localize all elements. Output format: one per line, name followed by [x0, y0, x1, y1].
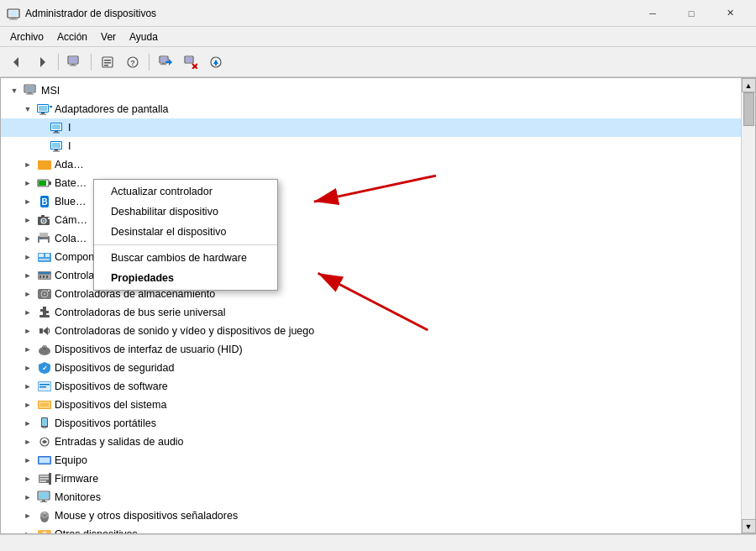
sonido-toggle[interactable]: ►: [21, 324, 34, 338]
svg-point-78: [48, 290, 50, 291]
toolbar: ?: [0, 47, 756, 77]
mouse-toggle[interactable]: ►: [21, 509, 34, 522]
update-driver-button[interactable]: [154, 50, 177, 74]
tree-item-audio[interactable]: ► Entradas y salidas de audio: [1, 433, 741, 451]
storage-icon: [37, 286, 52, 302]
bate-toggle[interactable]: ►: [21, 176, 34, 190]
tree-item-firmware[interactable]: ► Firmware: [1, 470, 741, 488]
scan-button[interactable]: [204, 50, 228, 74]
audio-toggle[interactable]: ►: [21, 435, 34, 449]
tree-item-software[interactable]: ► Dispositivos de software: [1, 377, 741, 396]
maximize-button[interactable]: □: [672, 0, 711, 27]
device-tree[interactable]: ▼ MSI ▼: [1, 78, 741, 533]
menu-accion[interactable]: Acción: [50, 29, 94, 45]
ctx-properties[interactable]: Propiedades: [94, 268, 277, 288]
svg-marker-26: [213, 60, 218, 64]
monitores-label: Monitores: [55, 491, 101, 503]
gpu2-label: I: [68, 140, 71, 152]
scrollbar-up-button[interactable]: ▲: [742, 78, 756, 92]
ctx-disable-device[interactable]: Deshabilitar dispositivo: [94, 202, 277, 222]
menu-ayuda[interactable]: Ayuda: [123, 29, 165, 45]
hid-toggle[interactable]: ►: [21, 343, 34, 356]
svg-rect-112: [39, 492, 49, 499]
svg-rect-105: [39, 458, 50, 463]
scrollbar-track[interactable]: [742, 92, 755, 519]
tree-item-hid[interactable]: ► Dispositivos de interfaz de usuario (H…: [1, 340, 741, 359]
portatiles-label: Dispositivos portátiles: [55, 417, 156, 429]
equipo-icon: [37, 453, 52, 468]
menu-bar: Archivo Acción Ver Ayuda: [0, 27, 756, 47]
forward-button[interactable]: [30, 50, 54, 74]
ada-toggle[interactable]: ►: [21, 158, 34, 171]
svg-rect-19: [160, 64, 166, 65]
sonido-label: Controladoras de sonido y vídeo y dispos…: [55, 325, 314, 337]
tree-item-equipo[interactable]: ► Equipo: [1, 451, 741, 470]
svg-rect-107: [39, 475, 50, 477]
computer-button[interactable]: [63, 50, 87, 74]
tree-root[interactable]: ▼ MSI: [1, 81, 741, 100]
menu-archivo[interactable]: Archivo: [3, 29, 50, 45]
svg-text:?: ?: [42, 530, 47, 533]
firmware-label: Firmware: [55, 473, 98, 485]
svg-rect-81: [45, 311, 49, 313]
scrollbar-down-button[interactable]: ▼: [742, 519, 756, 533]
tree-item-adaptadores[interactable]: ▼ Adaptadores de pantalla: [1, 100, 741, 118]
back-button[interactable]: [5, 50, 29, 74]
toolbar-sep-2: [91, 54, 92, 71]
ada-icon: [37, 157, 52, 172]
otros-toggle[interactable]: ►: [21, 527, 34, 533]
ada-label: Ada…: [55, 159, 84, 171]
software-toggle[interactable]: ►: [21, 380, 34, 393]
componentes-toggle[interactable]: ►: [21, 250, 34, 264]
usb-toggle[interactable]: ►: [21, 306, 34, 319]
tree-item-gpu2[interactable]: I: [1, 137, 741, 155]
svg-rect-108: [39, 478, 50, 480]
tree-item-portatiles[interactable]: ► Dispositivos portátiles: [1, 414, 741, 433]
root-toggle[interactable]: ▼: [8, 84, 21, 97]
ata-toggle[interactable]: ►: [21, 269, 34, 282]
scrollbar-thumb[interactable]: [743, 92, 754, 126]
battery-icon: [37, 176, 52, 191]
minimize-button[interactable]: ─: [633, 0, 672, 27]
svg-rect-72: [39, 276, 41, 278]
hid-label: Dispositivos de interfaz de usuario (HID…: [55, 344, 243, 355]
root-label: MSI: [41, 85, 60, 97]
monitores-toggle[interactable]: ►: [21, 491, 34, 504]
cola-toggle[interactable]: ►: [21, 232, 34, 245]
sistema-toggle[interactable]: ►: [21, 398, 34, 412]
tree-item-otros[interactable]: ► ? Otros dispositivos: [1, 525, 741, 533]
ctx-update-driver[interactable]: Actualizar controlador: [94, 181, 277, 202]
properties-button[interactable]: [96, 50, 119, 74]
svg-rect-63: [39, 239, 48, 244]
tree-item-seguridad[interactable]: ► ✓ Dispositivos de seguridad: [1, 359, 741, 377]
adaptadores-toggle[interactable]: ▼: [21, 102, 34, 116]
equipo-toggle[interactable]: ►: [21, 454, 34, 467]
svg-rect-109: [39, 480, 46, 482]
svg-rect-59: [41, 215, 45, 217]
cam-toggle[interactable]: ►: [21, 213, 34, 227]
svg-marker-84: [43, 327, 48, 335]
firmware-toggle[interactable]: ►: [21, 472, 34, 485]
ctx-uninstall-device[interactable]: Desinstalar el dispositivo: [94, 222, 277, 242]
uninstall-button[interactable]: [179, 50, 202, 74]
menu-ver[interactable]: Ver: [94, 29, 123, 45]
tree-item-sonido[interactable]: ► Controladoras de sonido y vídeo y disp…: [1, 322, 741, 340]
almacenamiento-toggle[interactable]: ►: [21, 287, 34, 301]
blue-toggle[interactable]: ►: [21, 195, 34, 208]
tree-item-ada[interactable]: ► Ada…: [1, 155, 741, 174]
tree-item-sistema[interactable]: ► Dispositivos del sistema: [1, 396, 741, 414]
portatiles-toggle[interactable]: ►: [21, 417, 34, 430]
tree-item-monitores[interactable]: ► Monitores: [1, 488, 741, 506]
svg-rect-74: [46, 276, 48, 278]
ctx-scan-hardware[interactable]: Buscar cambios de hardware: [94, 248, 277, 268]
vertical-scrollbar[interactable]: ▲ ▼: [741, 78, 755, 533]
close-button[interactable]: ✕: [711, 0, 749, 27]
tree-item-gpu1[interactable]: I: [1, 118, 741, 137]
bluetooth-icon: B: [37, 194, 52, 209]
monitor-icon: [37, 490, 52, 505]
tree-item-usb[interactable]: ► Controladoras de bus serie universal: [1, 303, 741, 322]
help-button[interactable]: ?: [121, 50, 144, 74]
seguridad-toggle[interactable]: ►: [21, 361, 34, 375]
svg-rect-40: [52, 124, 60, 129]
tree-item-mouse[interactable]: ► Mouse y otros dispositivos señaladores: [1, 506, 741, 525]
